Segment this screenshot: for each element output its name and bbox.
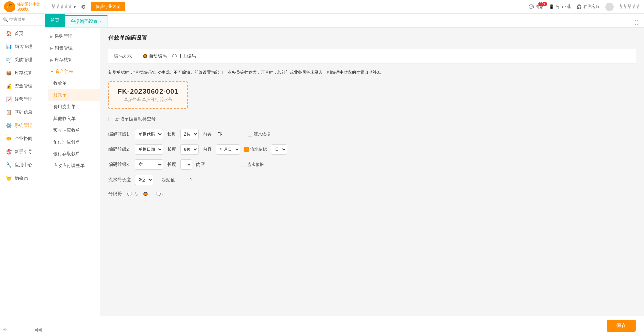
- manual-encoding-option[interactable]: 手工编码: [172, 53, 196, 59]
- sub-menu-other-income[interactable]: 其他收入单: [48, 113, 100, 124]
- username-display: 某某某某某: [619, 4, 640, 10]
- operations-icon: 📈: [6, 96, 12, 102]
- auto-fill-checkbox[interactable]: [108, 117, 113, 121]
- sub-sidebar: ▶ 采购管理 ▶ 销售管理 ▶ 库存核算: [45, 28, 100, 316]
- prefix3-label: 编码前缀3: [108, 161, 131, 168]
- prefix3-select[interactable]: 空 单据代码: [135, 159, 163, 170]
- auto-encoding-radio[interactable]: [143, 54, 147, 58]
- sidebar-nav: 🏠 首页 📊 销售管理 🛒 采购管理 📦 库存核算 💰 资金管理 📈 经: [0, 26, 45, 324]
- tab-bar: 首页 单据编码设置 × — ⛶: [45, 14, 644, 28]
- separator-row: 分隔符 无 · ·: [108, 190, 636, 197]
- tab-minimize-icon[interactable]: —: [621, 18, 630, 27]
- tab-bar-controls: — ⛶: [621, 18, 644, 27]
- message-icon: 💬: [529, 4, 534, 9]
- prefix1-select[interactable]: 单据代码 空: [135, 129, 163, 139]
- collapse-sidebar-icon[interactable]: ◀◀: [34, 327, 42, 332]
- serial3-checkbox[interactable]: [241, 162, 246, 167]
- prefix2-select[interactable]: 单据日期 空: [135, 144, 163, 155]
- message-badge: 99+: [538, 2, 547, 6]
- sub-menu-sales[interactable]: ▶ 销售管理: [45, 42, 100, 54]
- sub-menu-payment[interactable]: 付款单: [48, 89, 100, 101]
- content-area: 首页 单据编码设置 × — ⛶ ▶ 采购管理: [45, 14, 644, 335]
- basic-info-icon: 📋: [6, 109, 12, 115]
- user-avatar[interactable]: [605, 3, 614, 11]
- sidebar-item-system[interactable]: ⚙️ 系统管理: [0, 119, 45, 132]
- sidebar-bottom: ⚙ ◀◀: [0, 324, 45, 335]
- logo-icon: 🍊: [4, 1, 15, 12]
- auto-encoding-option[interactable]: 自动编码: [143, 53, 167, 59]
- length2-select[interactable]: 8位 4位 6位: [180, 144, 199, 155]
- tab-close-icon[interactable]: ×: [100, 19, 102, 24]
- sub-menu-advance-payable[interactable]: 预付冲应付单: [48, 136, 100, 148]
- sidebar-item-enterprise[interactable]: 🤝 企业协同: [0, 132, 45, 145]
- search-menu-button[interactable]: 🔍 搜索菜单: [0, 14, 45, 26]
- sidebar-item-sales[interactable]: 📊 销售管理: [0, 40, 45, 53]
- sub-menu-bank-deposit[interactable]: 银行存取款单: [48, 148, 100, 160]
- trial-button[interactable]: 体验行业方案: [91, 2, 125, 11]
- sub-layout: ▶ 采购管理 ▶ 销售管理 ▶ 库存核算: [45, 28, 644, 316]
- sub-menu-inventory2[interactable]: ▶ 库存核算: [45, 54, 100, 66]
- sales-icon: 📊: [6, 44, 12, 50]
- sidebar-item-appcenter[interactable]: 🔧 应用中心: [0, 158, 45, 171]
- start-value-input[interactable]: [188, 175, 215, 185]
- length2-label: 长度: [167, 146, 176, 152]
- save-button[interactable]: 保存: [607, 320, 636, 332]
- auto-fill-row: 新增单据自动补空号: [108, 116, 636, 122]
- sidebar-item-member[interactable]: 👑 畅会员: [0, 171, 45, 185]
- search-icon: 🔍: [3, 17, 8, 22]
- sidebar-item-finance[interactable]: 💰 资金管理: [0, 80, 45, 93]
- length1-label: 长度: [167, 131, 176, 137]
- serial2-checkbox-row: ✓ 流水依据: [244, 147, 267, 152]
- sub-menu-expense[interactable]: 费用支出单: [48, 101, 100, 113]
- sidebar-item-purchase[interactable]: 🛒 采购管理: [0, 53, 45, 66]
- sub-menu-funds-children: 收款单 付款单 费用支出单 其他收入单 预收冲应收单: [45, 77, 100, 171]
- length1-select[interactable]: 2位 4位 6位: [180, 129, 199, 139]
- length3-select[interactable]: [180, 159, 192, 170]
- sub-menu-ar-ap-adjust[interactable]: 应收应付调整单: [48, 160, 100, 171]
- code-preview: FK-20230602-001 单据代码-单据日期-流水号: [108, 81, 188, 109]
- sep-none-radio[interactable]: [127, 192, 132, 196]
- content2-select[interactable]: 年月日 年月: [216, 144, 240, 155]
- sep-dot-radio[interactable]: [143, 192, 148, 196]
- sep-dot2-radio[interactable]: [156, 192, 161, 196]
- member-icon: 👑: [6, 175, 12, 181]
- tab-maximize-icon[interactable]: ⛶: [632, 18, 641, 27]
- sub-menu-receipt[interactable]: 收款单: [48, 77, 100, 89]
- sep-none-option[interactable]: 无: [127, 190, 138, 197]
- sep-dot-option[interactable]: ·: [143, 191, 151, 196]
- settings-bottom-icon[interactable]: ⚙: [3, 327, 7, 332]
- tab-bill-encoding[interactable]: 单据编码设置 ×: [65, 15, 108, 27]
- sub-menu-advance-receivable[interactable]: 预收冲应收单: [48, 124, 100, 136]
- prefix1-row: 编码前缀1 单据代码 空 长度 2位 4位 6位 内容 FK: [108, 129, 636, 139]
- serial-length-select[interactable]: 3位 4位 5位: [135, 175, 153, 185]
- sub-menu-funds[interactable]: ▼ 资金往来: [45, 66, 100, 77]
- tab-home[interactable]: 首页: [45, 14, 65, 27]
- online-service-button[interactable]: 🎧 在线客服: [577, 4, 600, 10]
- sidebar-item-inventory[interactable]: 📦 库存核算: [0, 66, 45, 80]
- separator-label: 分隔符: [108, 190, 122, 197]
- chevron-right-icon: ▶: [50, 35, 53, 38]
- serial2-checkbox[interactable]: ✓: [244, 147, 249, 152]
- serial2-date-select[interactable]: 日 月: [271, 144, 287, 155]
- home-icon: 🏠: [6, 30, 12, 37]
- sidebar-item-newbie[interactable]: 🎯 新手引导: [0, 145, 45, 158]
- newbie-icon: 🎯: [6, 149, 12, 155]
- content1-label: 内容: [203, 131, 212, 137]
- sub-menu-group-purchase: ▶ 采购管理: [45, 30, 100, 42]
- sidebar-item-home[interactable]: 🏠 首页: [0, 27, 45, 40]
- sub-menu-purchase[interactable]: ▶ 采购管理: [45, 30, 100, 42]
- bottom-bar: 保存: [45, 316, 644, 335]
- manual-encoding-radio[interactable]: [172, 54, 177, 58]
- service-icon: 🎧: [577, 4, 582, 9]
- company-dropdown[interactable]: 某某某某某 ▾: [51, 4, 76, 10]
- sidebar-item-basic-info[interactable]: 📋 基础信息: [0, 106, 45, 119]
- sep-dot2-option[interactable]: ·: [156, 191, 163, 196]
- system-icon: ⚙️: [6, 122, 12, 129]
- settings-icon[interactable]: ⚙: [78, 2, 88, 12]
- app-download-button[interactable]: 📱 App下载: [549, 4, 571, 10]
- page-title: 付款单编码设置: [108, 35, 636, 42]
- chevron-down-icon: ▼: [50, 70, 54, 74]
- sidebar-item-operations[interactable]: 📈 经营管理: [0, 93, 45, 106]
- message-button[interactable]: 💬 消息 99+: [529, 4, 544, 10]
- serial1-checkbox[interactable]: [248, 132, 252, 137]
